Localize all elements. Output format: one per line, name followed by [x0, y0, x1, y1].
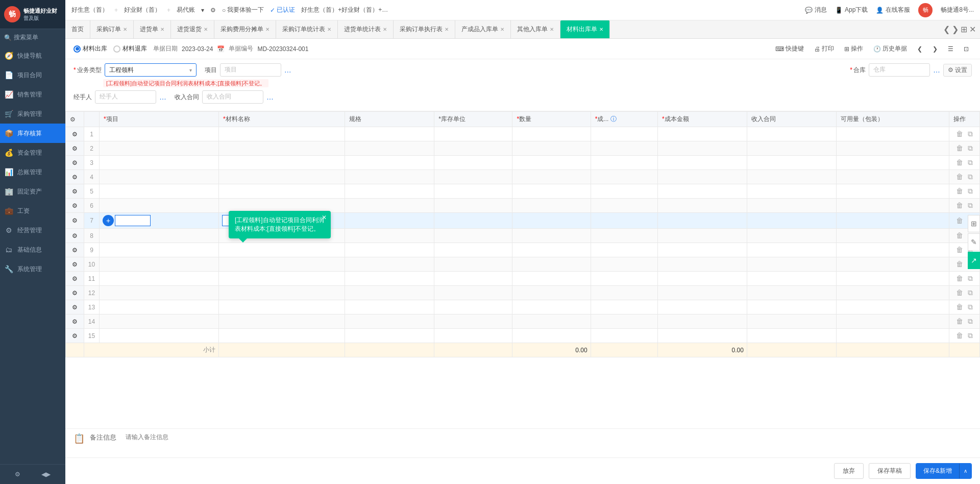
row-contract-14[interactable]	[747, 314, 836, 329]
row-settings-14[interactable]: ⚙	[66, 314, 84, 329]
row-contract-12[interactable]	[747, 286, 836, 300]
tab-incoming-return[interactable]: 进货退货✕	[171, 20, 214, 39]
search-menu[interactable]: 🔍 好生意（首） 搜索菜单	[0, 29, 65, 46]
delete-row-icon-10[interactable]: 🗑	[954, 260, 965, 268]
sidebar-item-finance[interactable]: 💰 资金管理	[0, 143, 65, 162]
nav-prev-button[interactable]: ❮	[914, 44, 925, 54]
row-material-13[interactable]	[219, 300, 345, 314]
tab-purchase-exec[interactable]: 采购订单执行表✕	[394, 20, 455, 39]
right-icon-3[interactable]: ↗	[968, 252, 980, 269]
topbar-experience[interactable]: ○ 我要体验一下	[222, 6, 264, 14]
topbar-yidai[interactable]: 易代账	[177, 6, 195, 14]
note-input[interactable]	[126, 433, 972, 453]
row-available-1[interactable]	[836, 127, 949, 141]
row-project-6[interactable]	[100, 199, 219, 213]
row-spec-13[interactable]	[345, 300, 434, 314]
delete-row-icon-14[interactable]: 🗑	[954, 317, 965, 325]
save-new-dropdown[interactable]: ∧	[959, 464, 971, 478]
copy-row-icon-11[interactable]: ⧉	[966, 274, 974, 282]
delete-row-icon-12[interactable]: 🗑	[954, 288, 965, 297]
row-project-1[interactable]	[100, 127, 219, 141]
project-more-icon[interactable]: …	[284, 66, 291, 74]
sidebar-item-assets[interactable]: 🏢 固定资产	[0, 182, 65, 201]
tab-close-product-storage[interactable]: ✕	[500, 27, 504, 32]
row-material-12[interactable]	[219, 286, 345, 300]
project-cell-input-7[interactable]	[115, 215, 151, 226]
row-material-14[interactable]	[219, 314, 345, 329]
copy-row-icon-15[interactable]: ⧉	[966, 331, 974, 340]
right-icon-2[interactable]: ✎	[968, 233, 980, 251]
row-cost-9[interactable]	[591, 243, 657, 257]
row-spec-15[interactable]	[345, 329, 434, 343]
copy-row-icon-12[interactable]: ⧉	[966, 288, 974, 297]
row-cost-6[interactable]	[591, 199, 657, 213]
row-amount-11[interactable]	[657, 272, 747, 286]
project-input[interactable]: 项目	[220, 63, 281, 77]
income-contract-more-icon[interactable]: …	[266, 93, 274, 101]
row-available-9[interactable]	[836, 243, 949, 257]
row-available-3[interactable]	[836, 156, 949, 170]
row-cost-1[interactable]	[591, 127, 657, 141]
tab-close-all[interactable]: ✕	[969, 25, 976, 34]
row-project-9[interactable]	[100, 243, 219, 257]
row-spec-14[interactable]	[345, 314, 434, 329]
row-spec-9[interactable]	[345, 243, 434, 257]
topbar-settings[interactable]: ⚙	[210, 7, 216, 14]
tab-close-purchase-stats[interactable]: ✕	[327, 27, 331, 32]
row-settings-3[interactable]: ⚙	[66, 156, 84, 170]
row-project-5[interactable]	[100, 184, 219, 199]
row-unit-12[interactable]	[434, 286, 512, 300]
tab-close-other-storage[interactable]: ✕	[550, 27, 554, 32]
row-settings-7[interactable]: ⚙	[66, 213, 84, 229]
row-settings-13[interactable]: ⚙	[66, 300, 84, 314]
operation-button[interactable]: ⊞ 操作	[841, 43, 866, 55]
copy-row-icon-14[interactable]: ⧉	[966, 317, 974, 325]
row-contract-5[interactable]	[747, 184, 836, 199]
row-project-13[interactable]	[100, 300, 219, 314]
row-unit-7[interactable]	[434, 213, 512, 229]
row-cost-13[interactable]	[591, 300, 657, 314]
online-service-button[interactable]: 👤 在线客服	[876, 6, 910, 14]
save-draft-button[interactable]: 保存草稿	[869, 463, 911, 479]
income-contract-input[interactable]: 收入合同	[202, 90, 263, 104]
row-cost-8[interactable]	[591, 229, 657, 243]
row-project-7[interactable]: +	[100, 213, 219, 229]
tab-close-incoming[interactable]: ✕	[160, 27, 164, 32]
delete-row-icon-3[interactable]: 🗑	[954, 158, 965, 166]
row-settings-5[interactable]: ⚙	[66, 184, 84, 199]
row-contract-15[interactable]	[747, 329, 836, 343]
row-cost-7[interactable]	[591, 213, 657, 229]
row-unit-14[interactable]	[434, 314, 512, 329]
row-qty-1[interactable]	[512, 127, 591, 141]
row-project-4[interactable]	[100, 170, 219, 184]
row-available-10[interactable]	[836, 257, 949, 272]
row-available-5[interactable]	[836, 184, 949, 199]
delete-row-icon-4[interactable]: 🗑	[954, 173, 965, 181]
tooltip-close-button[interactable]: ✕	[322, 214, 327, 221]
tab-grid-view[interactable]: ⊞	[961, 25, 967, 34]
right-icon-1[interactable]: ⊞	[968, 215, 980, 232]
row-qty-12[interactable]	[512, 286, 591, 300]
row-project-11[interactable]	[100, 272, 219, 286]
row-contract-4[interactable]	[747, 170, 836, 184]
delete-row-icon-1[interactable]: 🗑	[954, 130, 965, 138]
row-settings-6[interactable]: ⚙	[66, 199, 84, 213]
row-spec-12[interactable]	[345, 286, 434, 300]
tab-close-purchase-expense[interactable]: ✕	[265, 27, 270, 32]
row-qty-11[interactable]	[512, 272, 591, 286]
row-settings-2[interactable]: ⚙	[66, 141, 84, 156]
row-material-4[interactable]	[219, 170, 345, 184]
biz-type-select[interactable]: 工程领料 ▾	[105, 63, 197, 77]
row-unit-4[interactable]	[434, 170, 512, 184]
delete-row-icon-5[interactable]: 🗑	[954, 187, 965, 195]
copy-row-icon-3[interactable]: ⧉	[966, 158, 974, 166]
row-contract-1[interactable]	[747, 127, 836, 141]
topbar-certified[interactable]: ✓ 已认证	[270, 6, 295, 14]
warehouse-input[interactable]: 仓库	[869, 63, 930, 77]
tab-purchase-stats[interactable]: 采购订单统计表✕	[276, 20, 338, 39]
radio-material-out[interactable]: 材料出库	[74, 44, 107, 53]
row-amount-13[interactable]	[657, 300, 747, 314]
row-cost-15[interactable]	[591, 329, 657, 343]
calendar-icon[interactable]: 📅	[217, 45, 225, 53]
tab-close-purchase-order[interactable]: ✕	[123, 27, 127, 32]
